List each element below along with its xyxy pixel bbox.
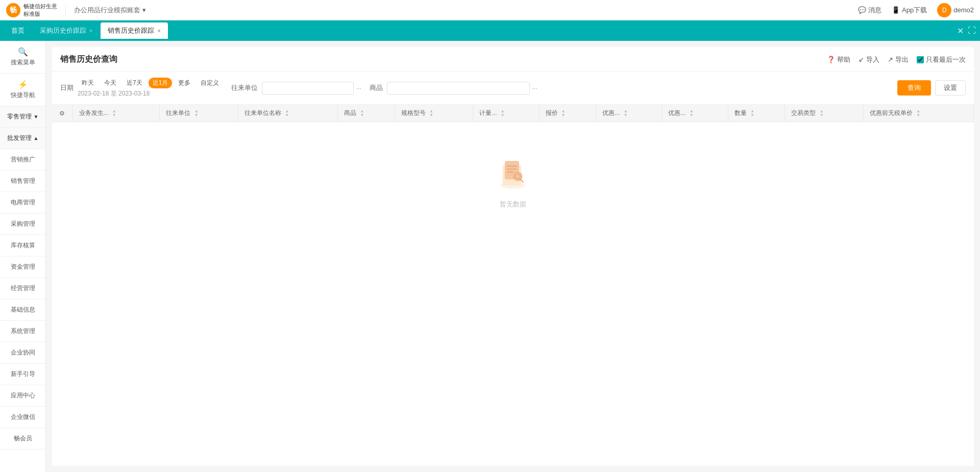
sort-icons-product: ▲▼ bbox=[360, 109, 364, 117]
th-no-tax-price[interactable]: 优惠前无税单价 ▲▼ bbox=[863, 105, 973, 122]
sort-icons-biz-date: ▲▼ bbox=[112, 109, 116, 117]
user-menu[interactable]: D demo2 bbox=[937, 3, 974, 17]
date-option-7days[interactable]: 近7天 bbox=[122, 78, 146, 88]
download-icon: 📱 bbox=[892, 6, 900, 14]
sidebar-item-app-center[interactable]: 应用中心 bbox=[0, 385, 45, 407]
export-icon: ↗ bbox=[888, 56, 893, 63]
sidebar-item-basic-info[interactable]: 基础信息 bbox=[0, 299, 45, 321]
sidebar-item-search-menu[interactable]: 🔍 搜索菜单 bbox=[0, 41, 45, 74]
tab-sales-history-close[interactable]: × bbox=[157, 28, 160, 34]
logo-text: 畅捷信好生意 标准版 bbox=[23, 3, 57, 17]
content-area: 销售历史价查询 ❓ 帮助 ↙ 导入 ↗ 导出 bbox=[46, 41, 980, 472]
tab-purchase-history[interactable]: 采购历史价跟踪 × bbox=[33, 22, 100, 39]
empty-text: 暂无数据 bbox=[500, 200, 526, 209]
table-header-row: ⚙ 业务发生... ▲▼ 往来单位 ▲▼ bbox=[52, 105, 974, 122]
partner-filter-group: 往来单位 ··· bbox=[231, 82, 361, 95]
sidebar-item-wholesale-mgmt[interactable]: 批发管理 ▲ bbox=[0, 128, 45, 149]
help-btn[interactable]: ❓ 帮助 bbox=[827, 55, 850, 64]
quick-nav-icon: ⚡ bbox=[18, 80, 28, 89]
sidebar-item-member[interactable]: 畅会员 bbox=[0, 428, 45, 450]
date-label: 日期 bbox=[60, 83, 74, 92]
partner-input[interactable] bbox=[262, 82, 354, 95]
chevron-down-icon: ▾ bbox=[142, 6, 146, 14]
page-panel: 销售历史价查询 ❓ 帮助 ↙ 导入 ↗ 导出 bbox=[52, 47, 974, 466]
app-download-action[interactable]: 📱 App下载 bbox=[892, 6, 927, 15]
th-quantity[interactable]: 数量 ▲▼ bbox=[728, 105, 785, 122]
th-biz-date[interactable]: 业务发生... ▲▼ bbox=[72, 105, 160, 122]
sort-icons-trade-type: ▲▼ bbox=[820, 109, 824, 117]
date-option-more[interactable]: 更多 bbox=[174, 78, 194, 88]
th-product[interactable]: 商品 ▲▼ bbox=[338, 105, 395, 122]
table-area: ⚙ 业务发生... ▲▼ 往来单位 ▲▼ bbox=[52, 105, 974, 466]
settings-button[interactable]: 设置 bbox=[935, 80, 966, 96]
chevron-down-icon: ▼ bbox=[34, 114, 39, 120]
date-option-yesterday[interactable]: 昨天 bbox=[78, 78, 98, 88]
close-window-icon[interactable]: ✕ bbox=[957, 26, 964, 36]
date-option-1month[interactable]: 近1月 bbox=[149, 78, 173, 88]
partner-dots[interactable]: ··· bbox=[356, 84, 361, 92]
sidebar-item-finance[interactable]: 资金管理 bbox=[0, 256, 45, 278]
date-option-custom[interactable]: 自定义 bbox=[197, 78, 223, 88]
tab-bar: 首页 采购历史价跟踪 × 销售历史价跟踪 × ✕ ⛶ bbox=[0, 20, 980, 41]
sort-icons-partner-code: ▲▼ bbox=[194, 109, 199, 117]
sidebar-item-purchase[interactable]: 采购管理 bbox=[0, 214, 45, 235]
page-content: 销售历史价查询 ❓ 帮助 ↙ 导入 ↗ 导出 bbox=[46, 41, 980, 472]
import-btn[interactable]: ↙ 导入 bbox=[859, 55, 879, 64]
expand-window-icon[interactable]: ⛶ bbox=[968, 26, 976, 35]
th-quote[interactable]: 报价 ▲▼ bbox=[539, 105, 596, 122]
sort-icons-spec: ▲▼ bbox=[429, 109, 433, 117]
th-unit[interactable]: 计量... ▲▼ bbox=[473, 105, 539, 122]
date-filter-group: 日期 昨天 今天 近7天 近1月 更多 自定义 2023-02-18 至 202… bbox=[60, 78, 223, 98]
sidebar-item-sales-mgmt[interactable]: 销售管理 bbox=[0, 171, 45, 192]
sidebar-item-retail-mgmt[interactable]: 零售管理 ▼ bbox=[0, 106, 45, 128]
th-discount2[interactable]: 优惠... ▲▼ bbox=[662, 105, 728, 122]
date-filter-options-group: 昨天 今天 近7天 近1月 更多 自定义 2023-02-18 至 2023-0… bbox=[78, 78, 223, 98]
sidebar-item-enterprise-wechat[interactable]: 企业微信 bbox=[0, 407, 45, 428]
main-layout: 🔍 搜索菜单 ⚡ 快捷导航 零售管理 ▼ 批发管理 ▲ 营销推广 销售管理 电商… bbox=[0, 41, 980, 472]
date-range: 2023-02-18 至 2023-03-18 bbox=[78, 89, 223, 98]
sidebar-item-enterprise-coop[interactable]: 企业协同 bbox=[0, 342, 45, 364]
th-discount1[interactable]: 优惠... ▲▼ bbox=[596, 105, 662, 122]
tab-purchase-history-close[interactable]: × bbox=[89, 28, 92, 34]
th-settings[interactable]: ⚙ bbox=[52, 105, 72, 122]
sidebar-item-quick-nav[interactable]: ⚡ 快捷导航 bbox=[0, 74, 45, 106]
tab-sales-history[interactable]: 销售历史价跟踪 × bbox=[101, 22, 167, 39]
message-action[interactable]: 💬 消息 bbox=[858, 6, 881, 15]
message-icon: 💬 bbox=[858, 6, 866, 14]
page-header: 销售历史价查询 ❓ 帮助 ↙ 导入 ↗ 导出 bbox=[52, 47, 974, 72]
product-filter-group: 商品 ··· bbox=[370, 82, 537, 95]
sidebar-item-operation[interactable]: 经营管理 bbox=[0, 278, 45, 299]
sort-icons-no-tax-price: ▲▼ bbox=[916, 109, 920, 117]
sidebar-item-beginner[interactable]: 新手引导 bbox=[0, 364, 45, 385]
empty-state: 暂无数据 bbox=[52, 122, 974, 240]
sidebar-item-system[interactable]: 系统管理 bbox=[0, 321, 45, 342]
tab-home[interactable]: 首页 bbox=[4, 22, 32, 39]
th-partner-name[interactable]: 往来单位名称 ▲▼ bbox=[238, 105, 337, 122]
sidebar: 🔍 搜索菜单 ⚡ 快捷导航 零售管理 ▼ 批发管理 ▲ 营销推广 销售管理 电商… bbox=[0, 41, 46, 472]
avatar: D bbox=[937, 3, 951, 17]
sort-icons-discount1: ▲▼ bbox=[624, 109, 628, 117]
product-input[interactable] bbox=[387, 82, 530, 95]
empty-icon bbox=[493, 153, 533, 194]
data-table: ⚙ 业务发生... ▲▼ 往来单位 ▲▼ bbox=[52, 105, 974, 122]
export-btn[interactable]: ↗ 导出 bbox=[888, 55, 909, 64]
chevron-up-icon: ▲ bbox=[34, 135, 39, 141]
filter-actions: 查询 设置 bbox=[897, 80, 966, 96]
only-last-checkbox[interactable] bbox=[917, 56, 924, 63]
th-trade-type[interactable]: 交易类型 ▲▼ bbox=[785, 105, 863, 122]
only-last-checkbox-label[interactable]: 只看最后一次 bbox=[917, 55, 966, 64]
sidebar-item-ecommerce[interactable]: 电商管理 bbox=[0, 192, 45, 214]
th-partner-code[interactable]: 往来单位 ▲▼ bbox=[160, 105, 238, 122]
tab-bar-right: ✕ ⛶ bbox=[957, 26, 976, 36]
sidebar-item-marketing[interactable]: 营销推广 bbox=[0, 149, 45, 171]
query-button[interactable]: 查询 bbox=[897, 80, 931, 96]
th-spec[interactable]: 规格型号 ▲▼ bbox=[395, 105, 473, 122]
help-icon: ❓ bbox=[827, 56, 835, 63]
date-option-today[interactable]: 今天 bbox=[100, 78, 120, 88]
app-selector[interactable]: 办公用品行业模拟账套 ▾ bbox=[74, 6, 146, 15]
product-dots[interactable]: ··· bbox=[532, 84, 537, 92]
product-input-area: ··· bbox=[387, 82, 537, 95]
import-icon: ↙ bbox=[859, 56, 864, 63]
sidebar-item-inventory[interactable]: 库存核算 bbox=[0, 235, 45, 256]
page-actions: ❓ 帮助 ↙ 导入 ↗ 导出 只看最后一次 bbox=[827, 55, 966, 64]
